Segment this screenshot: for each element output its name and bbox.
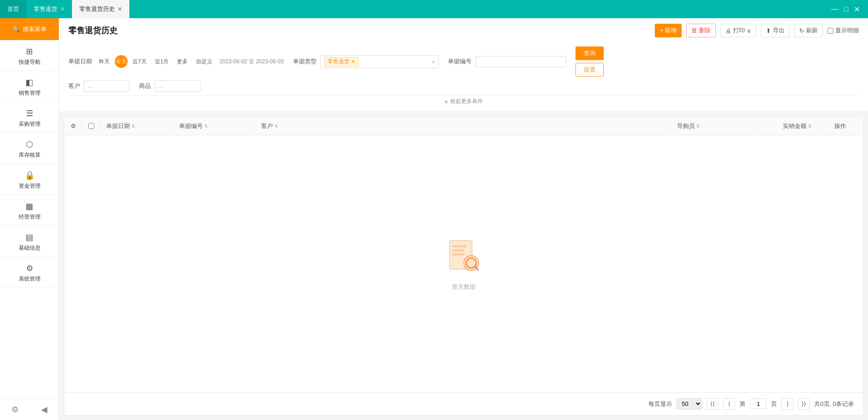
- purchase-icon: ☰: [26, 108, 33, 118]
- settings-button[interactable]: 设置: [575, 63, 604, 77]
- th-guide-sort-icon: ⇅: [696, 123, 700, 128]
- th-guide[interactable]: 导购员 ⇅: [672, 118, 754, 134]
- export-button[interactable]: ⬆ 导出: [761, 24, 790, 37]
- date-filter: 单据日期 昨天 今天 近7天 近1月 更多 自定义 2023-06-02 至 2…: [68, 55, 284, 68]
- pagination-bar: 每页显示 50 10 20 100 ⟨⟨ ⟨ 第 页 ⟩ ⟩⟩ 共0页, 0条记…: [64, 393, 863, 415]
- type-select[interactable]: 零售退货 ✕ ∨: [320, 55, 439, 68]
- refresh-icon: ↻: [799, 27, 804, 34]
- number-input[interactable]: [475, 56, 566, 67]
- prev-page-button[interactable]: ⟨: [723, 398, 735, 410]
- empty-state-icon: [443, 236, 484, 277]
- display-detail-toggle[interactable]: 显示明细: [827, 26, 859, 35]
- date-btn-7days[interactable]: 近7天: [129, 56, 150, 67]
- tab-retail-return-history-close[interactable]: ✕: [118, 6, 122, 12]
- filter-area: 单据日期 昨天 今天 近7天 近1月 更多 自定义 2023-06-02 至 2…: [68, 42, 859, 112]
- sidebar-item-sales[interactable]: ◧ 销售管理: [0, 71, 59, 102]
- next-page-button[interactable]: ⟩: [781, 398, 793, 410]
- table-area: ⚙ 单据日期 ⇅ 单据编号 ⇅ 客户 ⇅ 导购员: [64, 117, 863, 393]
- close-window-icon[interactable]: ✕: [851, 5, 863, 14]
- page-title-bar: 零售退货历史 + 新增 🗑 删除 🖨 打印 ∨ ⬆ 导出 ↻: [68, 24, 859, 37]
- collapse-button[interactable]: ∧ 收起更多条件: [68, 95, 859, 107]
- minimize-icon[interactable]: —: [828, 5, 841, 13]
- customer-input[interactable]: ...: [84, 80, 130, 92]
- sidebar-item-purchase[interactable]: ☰ 采购管理: [0, 102, 59, 133]
- page-header: 零售退货历史 + 新增 🗑 删除 🖨 打印 ∨ ⬆ 导出 ↻: [59, 18, 868, 112]
- sidebar-settings-icon[interactable]: ⚙: [11, 405, 19, 415]
- query-button[interactable]: 查询: [575, 46, 604, 60]
- number-filter-label: 单据编号: [448, 57, 472, 66]
- inventory-icon: ⬡: [26, 139, 33, 149]
- page-size-select[interactable]: 50 10 20 100: [677, 398, 702, 410]
- date-btn-more[interactable]: 更多: [174, 56, 191, 67]
- delete-button[interactable]: 🗑 删除: [686, 24, 716, 37]
- print-button[interactable]: 🖨 打印 ∨: [720, 24, 756, 37]
- content-area: 零售退货历史 + 新增 🗑 删除 🖨 打印 ∨ ⬆ 导出 ↻: [59, 18, 868, 420]
- display-detail-checkbox[interactable]: [827, 28, 833, 34]
- date-btn-custom[interactable]: 自定义: [193, 56, 216, 67]
- th-date-label: 单据日期: [106, 122, 130, 130]
- customer-filter: 客户 ...: [68, 80, 130, 92]
- display-detail-label: 显示明细: [835, 26, 859, 35]
- sidebar-item-inventory[interactable]: ⬡ 库存核算: [0, 133, 59, 164]
- tab-retail-return[interactable]: 零售退货 ✕: [26, 0, 72, 18]
- type-filter: 单据类型 零售退货 ✕ ∨: [293, 55, 439, 68]
- total-info: 共0页, 0条记录: [814, 400, 854, 408]
- select-all-checkbox[interactable]: [88, 123, 94, 129]
- refresh-button[interactable]: ↻ 刷新: [794, 24, 823, 37]
- number-filter: 单据编号: [448, 56, 566, 67]
- page-suffix: 页: [771, 400, 777, 408]
- filter-row-2: 客户 ... 商品 ...: [68, 80, 859, 92]
- th-checkbox[interactable]: [82, 119, 101, 133]
- sidebar-item-ops[interactable]: ▦ 经营管理: [0, 195, 59, 226]
- th-number[interactable]: 单据编号 ⇅: [174, 118, 256, 134]
- sidebar-item-finance[interactable]: 🔒 资金管理: [0, 164, 59, 195]
- sidebar-collapse-icon[interactable]: ◀: [41, 405, 47, 415]
- th-amount[interactable]: 实销金额 ⇅: [754, 118, 817, 134]
- sidebar-item-basic[interactable]: ▤ 基础信息: [0, 226, 59, 257]
- goods-filter-label: 商品: [139, 82, 151, 90]
- sys-icon: ⚙: [26, 263, 33, 273]
- filter-row-1: 单据日期 昨天 今天 近7天 近1月 更多 自定义 2023-06-02 至 2…: [68, 46, 859, 77]
- th-date[interactable]: 单据日期 ⇅: [101, 118, 174, 134]
- maximize-icon[interactable]: □: [841, 5, 851, 13]
- last-page-button[interactable]: ⟩⟩: [798, 398, 810, 410]
- sidebar-bottom: ⚙ ◀: [0, 399, 59, 420]
- type-tag: 零售退货 ✕: [324, 57, 359, 67]
- print-icon: 🖨: [725, 27, 731, 34]
- new-button[interactable]: + 新增: [655, 24, 682, 37]
- page-number-input[interactable]: [750, 399, 766, 409]
- top-bar: 首页 零售退货 ✕ 零售退货历史 ✕ — □ ✕: [0, 0, 868, 18]
- tab-retail-return-history-label: 零售退货历史: [79, 5, 115, 13]
- export-icon: ⬆: [766, 27, 771, 34]
- window-controls: — □ ✕: [828, 5, 868, 14]
- type-tag-remove[interactable]: ✕: [351, 59, 355, 65]
- sidebar-item-quick-nav[interactable]: ⊞ 快捷导航: [0, 40, 59, 71]
- sidebar-search-label: 搜索菜单: [23, 25, 46, 33]
- date-btn-1month[interactable]: 近1月: [152, 56, 172, 67]
- th-settings[interactable]: ⚙: [64, 119, 82, 133]
- tab-home[interactable]: 首页: [0, 0, 26, 18]
- date-btn-yesterday[interactable]: 昨天: [96, 56, 113, 67]
- tab-retail-return-history[interactable]: 零售退货历史 ✕: [72, 0, 129, 18]
- tab-retail-return-close[interactable]: ✕: [60, 6, 65, 12]
- type-tag-label: 零售退货: [328, 58, 349, 66]
- th-ops-label: 操作: [834, 122, 846, 130]
- page-label: 第: [740, 400, 745, 408]
- first-page-button[interactable]: ⟨⟨: [707, 398, 719, 410]
- th-number-label: 单据编号: [179, 122, 203, 130]
- goods-filter: 商品 ...: [139, 80, 200, 92]
- basic-icon: ▤: [26, 232, 33, 242]
- date-btn-today[interactable]: 今天: [115, 55, 128, 68]
- settings-gear-icon: ⚙: [71, 123, 76, 129]
- main-layout: 🔍 搜索菜单 ⊞ 快捷导航 ◧ 销售管理 ☰ 采购管理 ⬡ 库存核算 🔒 资金管…: [0, 18, 868, 420]
- sidebar-search[interactable]: 🔍 搜索菜单: [0, 18, 59, 40]
- goods-input[interactable]: ...: [154, 80, 200, 92]
- sidebar-item-sales-label: 销售管理: [19, 89, 41, 97]
- svg-rect-1: [452, 246, 467, 247]
- export-label: 导出: [773, 26, 785, 35]
- tab-list: 首页 零售退货 ✕ 零售退货历史 ✕: [0, 0, 129, 18]
- th-amount-label: 实销金额: [783, 122, 806, 130]
- ops-icon: ▦: [26, 201, 33, 211]
- th-customer[interactable]: 客户 ⇅: [256, 118, 672, 134]
- sidebar-item-sys[interactable]: ⚙ 系统管理: [0, 257, 59, 288]
